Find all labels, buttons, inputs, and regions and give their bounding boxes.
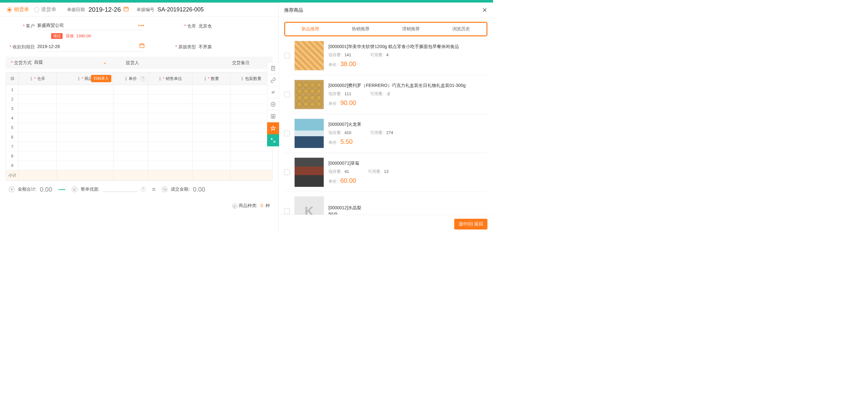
yen-icon: ¥ [9, 187, 14, 192]
calendar-icon[interactable] [139, 43, 145, 50]
product-name: [0000001]华美华夫软饼1200g 糕点零食小吃手撕面包早餐休闲食品 [329, 44, 488, 50]
warehouse-label: 仓库 [187, 23, 196, 28]
receivable-row: 现结 应收: 1390.00 [51, 33, 278, 39]
subtotal-row: 小计 [6, 170, 272, 181]
col-sales-unit[interactable]: ▲▼*销售单位 [148, 72, 192, 85]
table-row[interactable]: 6 [6, 132, 272, 142]
product-thumb [294, 157, 324, 187]
product-checkbox[interactable] [284, 169, 290, 175]
radio-icon [7, 7, 12, 12]
col-qty[interactable]: ▲▼*数量 [192, 72, 230, 85]
col-pkg-qty[interactable]: ▲▼包装数量 [230, 72, 272, 85]
scan-button[interactable]: 扫码录入 [91, 75, 111, 82]
table-row[interactable]: 3 [6, 104, 272, 114]
customer-label: 客户 [26, 23, 35, 28]
tab-slow[interactable]: 滞销推荐 [386, 23, 436, 35]
calendar-icon[interactable] [123, 6, 129, 13]
customer-field[interactable]: 新盛商贸公司 ••• [37, 23, 145, 30]
tool-star-icon[interactable] [267, 122, 279, 134]
delivery-method-label: 交货方式 [14, 60, 32, 65]
due-label: 收款到期日 [13, 44, 35, 49]
recommend-tabs: 新品推荐 热销推荐 滞销推荐 浏览历史 [284, 22, 488, 36]
select-return-button[interactable]: 选中(0) 返回 [454, 219, 488, 229]
receivable-value: 1390.00 [76, 33, 91, 38]
kind-value: 0 [260, 203, 263, 208]
kind-icon: ◎ [232, 203, 238, 209]
product-item[interactable]: [0000002]费列罗（FERRERO）巧克力礼盒装生日礼物礼盒装01-300… [284, 75, 488, 114]
table-row[interactable]: 8 [6, 152, 272, 161]
tool-currency-icon[interactable] [267, 110, 279, 122]
tool-expand-icon[interactable] [267, 134, 279, 147]
col-price[interactable]: ▲▼单价? [114, 72, 148, 85]
tool-swap-icon[interactable] [267, 86, 279, 98]
doc-date-value[interactable]: 2019-12-26 [89, 6, 121, 13]
chevron-down-icon: ⌄ [103, 59, 107, 65]
customer-value: 新盛商贸公司 [37, 23, 64, 28]
equals-icon: = [152, 186, 156, 193]
ticket-value[interactable]: 不开票 [198, 44, 262, 50]
product-name: [0000007]火龙果 [329, 121, 488, 128]
product-thumb: K [294, 196, 324, 215]
deal-label: 成交金额: [171, 187, 190, 192]
tool-discount-icon[interactable] [267, 98, 279, 110]
deal-value: 0.00 [193, 186, 205, 193]
radio-return-label: 退货单 [41, 6, 56, 13]
radio-sales-order[interactable]: 销货单 [7, 6, 29, 13]
more-icon[interactable]: ••• [138, 23, 145, 28]
table-row[interactable]: 4 [6, 114, 272, 123]
doc-no-value: SA-20191226-005 [157, 6, 204, 13]
left-header: 销货单 退货单 单据日期 2019-12-26 单据编号 SA-20191226… [0, 3, 278, 17]
due-value: 2019-12-26 [37, 44, 60, 49]
product-item[interactable]: [00000071]草莓现存量:41可用量:13单价:60.00 [284, 153, 488, 192]
gear-icon: ⚙ [10, 75, 14, 82]
subtotal-label: 小计 [6, 170, 19, 180]
percent-icon: % [162, 187, 167, 192]
remark-label: 交货备注 [230, 60, 252, 66]
ticket-label: 票据类型 [178, 44, 196, 49]
radio-return-order[interactable]: 退货单 [34, 6, 56, 13]
col-warehouse[interactable]: ▲▼*仓库 [19, 72, 57, 85]
table-row[interactable]: 7 [6, 142, 272, 152]
radio-icon [34, 7, 39, 12]
product-name: [0000002]费列罗（FERRERO）巧克力礼盒装生日礼物礼盒装01-300… [329, 83, 488, 89]
product-thumb [294, 119, 324, 148]
table-row[interactable]: 1 [6, 85, 272, 95]
warehouse-value[interactable]: 北京仓 [198, 23, 262, 29]
product-item[interactable]: [0000001]华美华夫软饼1200g 糕点零食小吃手撕面包早餐休闲食品现存量… [284, 36, 488, 75]
close-icon[interactable]: ✕ [482, 6, 488, 14]
product-checkbox[interactable] [284, 53, 290, 59]
product-item[interactable]: [0000007]火龙果现存量:410可用量:274单价:5.50 [284, 114, 488, 153]
discount-label: 整单优惠: [81, 187, 99, 192]
tab-history[interactable]: 浏览历史 [436, 23, 487, 35]
delivery-method-value: 自提 [34, 59, 43, 65]
table-row[interactable]: 5 [6, 123, 272, 132]
kind-unit: 种 [266, 203, 270, 208]
table-row[interactable]: 9 [6, 161, 272, 170]
picker-field[interactable] [142, 62, 205, 64]
panel-title: 推荐商品 [284, 7, 303, 13]
product-checkbox[interactable] [284, 208, 290, 214]
radio-sales-label: 销货单 [14, 6, 29, 13]
col-settings[interactable]: ⚙ [6, 72, 19, 85]
product-checkbox[interactable] [284, 92, 290, 97]
picker-label: 提货人 [123, 60, 142, 66]
tab-new[interactable]: 新品推荐 [285, 23, 335, 35]
product-checkbox[interactable] [284, 131, 290, 136]
due-field[interactable]: 2019-12-26 [37, 43, 145, 52]
total-label: 金额合计: [18, 187, 37, 192]
col-product[interactable]: ▲▼*商品扫码录入 [57, 72, 114, 85]
doc-no-label: 单据编号 [136, 7, 154, 13]
tab-hot[interactable]: 热销推荐 [335, 23, 385, 35]
svg-rect-1 [140, 44, 144, 48]
table-row[interactable]: 2 [6, 95, 272, 104]
discount-icon: ⊘ [72, 187, 78, 192]
total-value: 0.00 [40, 186, 52, 193]
delivery-method-field[interactable]: 自提 ⌄ [34, 59, 107, 66]
badge-now: 现结 [51, 33, 63, 39]
help-icon[interactable]: ? [141, 76, 146, 81]
product-thumb [294, 79, 324, 109]
doc-date-label: 单据日期 [67, 7, 85, 13]
product-item[interactable]: K[0000012]水晶梨50斤 [284, 192, 488, 215]
help-icon[interactable]: ? [141, 187, 146, 192]
discount-input[interactable] [103, 187, 137, 192]
